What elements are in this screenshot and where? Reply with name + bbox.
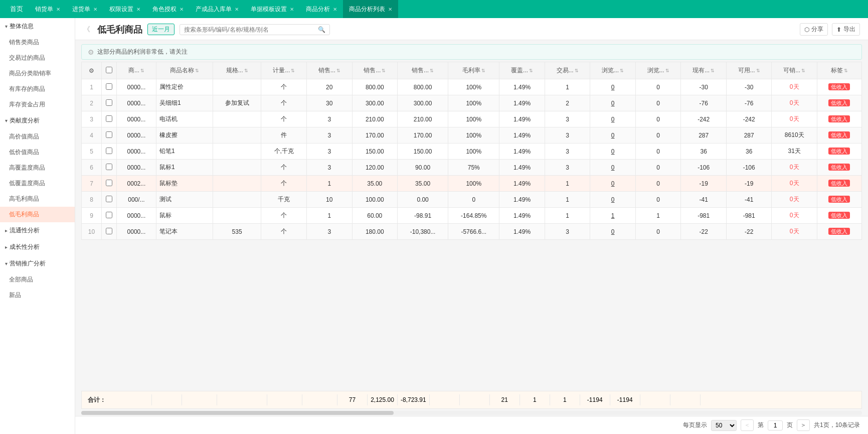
row-browse1[interactable]: 1 (590, 208, 636, 224)
col-code-header[interactable]: 商...⇅ (117, 62, 156, 79)
sidebar-group-marketing[interactable]: ▾ 营销推广分析 (0, 255, 75, 272)
sidebar-item-low-coverage[interactable]: 低覆盖度商品 (0, 176, 75, 191)
sidebar-item-all-goods[interactable]: 全部商品 (0, 272, 75, 287)
sidebar-group-growth[interactable]: ▸ 成长性分析 (0, 239, 75, 255)
row-name[interactable]: 属性定价 (156, 79, 213, 95)
sidebar-item-high-coverage[interactable]: 高覆盖度商品 (0, 160, 75, 176)
col-checkbox-all[interactable] (102, 62, 117, 79)
nav-analysis-close[interactable]: ✕ (333, 7, 337, 12)
col-s1-header[interactable]: 销售...⇅ (306, 62, 352, 79)
filter-recent-month-button[interactable]: 近一月 (147, 24, 175, 35)
row-checkbox[interactable] (106, 115, 112, 122)
row-browse1[interactable]: 0 (590, 160, 636, 176)
search-icon[interactable]: 🔍 (318, 26, 325, 33)
nav-home[interactable]: 首页 (4, 0, 29, 18)
nav-sales[interactable]: 销货单 ✕ (29, 0, 66, 18)
row-browse1[interactable]: 0 (590, 192, 636, 208)
sidebar-item-low-margin[interactable]: 低毛利商品 (0, 207, 75, 222)
col-browse1-header[interactable]: 浏览...⇅ (590, 62, 636, 79)
table-container[interactable]: ⚙ 商...⇅ 商品名称⇅ 规格...⇅ 计量...⇅ 销售...⇅ 销售...… (81, 62, 862, 389)
row-checkbox-cell[interactable] (102, 79, 117, 95)
row-name[interactable]: 鼠标1 (156, 160, 213, 176)
prev-page-button[interactable]: ＜ (741, 419, 754, 431)
row-name[interactable]: 测试 (156, 192, 213, 208)
row-checkbox-cell[interactable] (102, 111, 117, 127)
sidebar-item-inventory-capital[interactable]: 库存资金占用 (0, 97, 75, 112)
sidebar-item-traded-goods[interactable]: 交易过的商品 (0, 50, 75, 66)
row-checkbox-cell[interactable] (102, 143, 117, 160)
row-name[interactable]: 鼠标 (156, 208, 213, 224)
nav-roles[interactable]: 角色授权 ✕ (146, 0, 190, 18)
row-checkbox[interactable] (106, 148, 112, 154)
col-tag-header[interactable]: 标签⇅ (817, 62, 861, 79)
row-browse1[interactable]: 0 (590, 143, 636, 160)
row-checkbox-cell[interactable] (102, 160, 117, 176)
share-button[interactable]: ⬡ 分享 (800, 23, 828, 36)
col-settings[interactable]: ⚙ (82, 62, 102, 79)
col-sellable-header[interactable]: 可销...⇅ (772, 62, 817, 79)
row-browse1[interactable]: 0 (590, 95, 636, 111)
row-name[interactable]: 吴细细1 (156, 95, 213, 111)
select-all-checkbox[interactable] (106, 67, 112, 73)
sidebar-item-stocked-goods[interactable]: 有库存的商品 (0, 81, 75, 97)
row-name[interactable]: 鼠标垫 (156, 176, 213, 192)
row-browse1[interactable]: 0 (590, 127, 636, 143)
nav-template-close[interactable]: ✕ (290, 7, 294, 12)
sidebar-item-sales-goods[interactable]: 销售类商品 (0, 35, 75, 50)
scrollbar-thumb[interactable] (81, 411, 394, 415)
row-checkbox-cell[interactable] (102, 127, 117, 143)
row-name[interactable]: 橡皮擦 (156, 127, 213, 143)
page-size-select[interactable]: 50 100 200 (711, 420, 737, 431)
col-s2-header[interactable]: 销售...⇅ (352, 62, 398, 79)
row-browse1[interactable]: 0 (590, 79, 636, 95)
nav-stock-close[interactable]: ✕ (235, 7, 239, 12)
next-page-button[interactable]: ＞ (797, 419, 810, 431)
sidebar-item-high-margin[interactable]: 高毛利商品 (0, 191, 75, 207)
col-browse2-header[interactable]: 浏览...⇅ (635, 62, 681, 79)
row-checkbox[interactable] (106, 212, 112, 218)
nav-analysis-list-close[interactable]: ✕ (388, 7, 392, 12)
nav-analysis-list[interactable]: 商品分析列表 ✕ (343, 0, 398, 18)
row-name[interactable]: 电话机 (156, 111, 213, 127)
row-browse1[interactable]: 0 (590, 224, 636, 240)
col-name-header[interactable]: 商品名称⇅ (156, 62, 213, 79)
page-number-input[interactable] (768, 420, 783, 430)
sidebar-group-circulation[interactable]: ▸ 流通性分析 (0, 222, 75, 239)
sidebar-item-low-value[interactable]: 低价值商品 (0, 144, 75, 160)
nav-stock[interactable]: 产成品入库单 ✕ (190, 0, 245, 18)
row-browse1[interactable]: 0 (590, 176, 636, 192)
sidebar-group-overall[interactable]: ▾ 整体信息 (0, 18, 75, 35)
sidebar-item-new-goods[interactable]: 新品 (0, 287, 75, 303)
col-margin-header[interactable]: 毛利率⇅ (448, 62, 499, 79)
col-spec-header[interactable]: 规格...⇅ (213, 62, 261, 79)
col-unit-header[interactable]: 计量...⇅ (261, 62, 307, 79)
row-checkbox[interactable] (106, 99, 112, 106)
nav-sales-close[interactable]: ✕ (56, 7, 60, 12)
col-usable-header[interactable]: 可用...⇅ (726, 62, 772, 79)
row-checkbox[interactable] (106, 228, 112, 234)
nav-purchase-close[interactable]: ✕ (93, 7, 97, 12)
row-checkbox-cell[interactable] (102, 95, 117, 111)
col-current-header[interactable]: 现有...⇅ (681, 62, 727, 79)
sidebar-collapse-button[interactable]: 《 (83, 25, 90, 34)
search-input[interactable] (184, 26, 318, 33)
nav-roles-close[interactable]: ✕ (180, 7, 184, 12)
nav-analysis[interactable]: 商品分析 ✕ (300, 0, 343, 18)
col-cover-header[interactable]: 覆盖...⇅ (499, 62, 545, 79)
row-name[interactable]: 铅笔1 (156, 143, 213, 160)
sidebar-item-high-value[interactable]: 高价值商品 (0, 129, 75, 144)
nav-template[interactable]: 单据模板设置 ✕ (245, 0, 300, 18)
row-checkbox-cell[interactable] (102, 176, 117, 192)
row-browse1[interactable]: 0 (590, 111, 636, 127)
row-checkbox[interactable] (106, 131, 112, 138)
row-checkbox-cell[interactable] (102, 224, 117, 240)
nav-permissions[interactable]: 权限设置 ✕ (103, 0, 146, 18)
sidebar-item-category-rate[interactable]: 商品分类助销率 (0, 66, 75, 81)
export-button[interactable]: ⬆ 导出 (832, 23, 860, 36)
horizontal-scrollbar[interactable] (81, 411, 862, 415)
col-s3-header[interactable]: 销售...⇅ (398, 62, 448, 79)
row-checkbox[interactable] (106, 196, 112, 202)
nav-permissions-close[interactable]: ✕ (136, 7, 140, 12)
row-checkbox[interactable] (106, 164, 112, 170)
row-checkbox-cell[interactable] (102, 192, 117, 208)
